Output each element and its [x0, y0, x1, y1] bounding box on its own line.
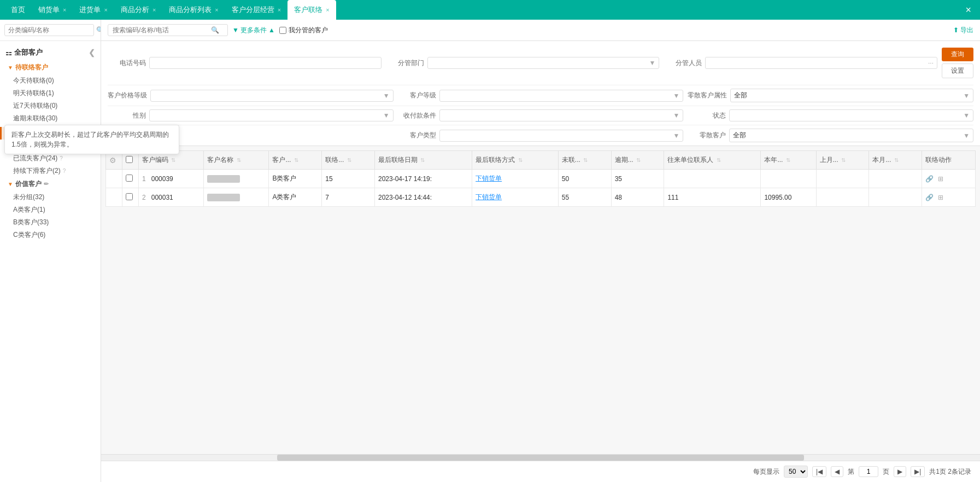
sidebar-collapse-btn[interactable]: ❮ [89, 48, 95, 57]
sidebar-item-class-c[interactable]: C类客户(6) [0, 229, 101, 241]
main-search-input[interactable] [113, 26, 211, 34]
sidebar-item-7day-pending[interactable]: 近7天待联络(0) [0, 100, 101, 112]
sort-uncontacted-icon[interactable]: ⇅ [583, 157, 588, 163]
chevron-up-icon: ▲ [268, 26, 275, 34]
nav-product-analysis-close[interactable]: × [152, 7, 156, 13]
filter-cell-retail-customer: 零散客户 全部 ▼ [688, 129, 973, 142]
my-customers-checkbox-label[interactable]: 我分管的客户 [279, 26, 328, 35]
sidebar-item-declining-customers[interactable]: 持续下滑客户(2) ? [0, 165, 101, 177]
export-button[interactable]: ⬆ 导出 [953, 26, 973, 35]
row2-last-date: 2023-04-12 14:44: [375, 188, 472, 207]
table-header-row: ⚙ 客户编码 ⇅ 客户名称 ⇅ [106, 151, 976, 170]
horizontal-scrollbar[interactable] [101, 454, 980, 461]
sort-person-icon[interactable]: ⇅ [717, 157, 721, 163]
gender-chevron-icon: ▼ [383, 112, 390, 119]
category-search-icon[interactable]: 🔍 [96, 26, 101, 34]
nav-sales-order-close[interactable]: × [63, 7, 66, 13]
main-search-icon[interactable]: 🔍 [211, 26, 219, 34]
row1-this-year [761, 170, 816, 188]
row2-select-checkbox[interactable] [126, 193, 133, 200]
query-button[interactable]: 查询 [942, 48, 973, 61]
prev-page-button[interactable]: ◀ [831, 466, 843, 477]
customer-type-select[interactable]: ▼ [439, 130, 684, 142]
next-page-button[interactable]: ▶ [894, 466, 906, 477]
phone-input[interactable] [149, 57, 382, 69]
row2-name [204, 188, 269, 207]
sidebar-item-overdue-pending[interactable]: 逾期未联络(30) [0, 112, 101, 125]
row2-type: A类客户 [269, 188, 322, 207]
nav-sales-order[interactable]: 销货单 × [32, 0, 73, 20]
row2-checkbox[interactable] [122, 188, 139, 207]
sidebar-item-unclassified[interactable]: 未分组(32) [0, 191, 101, 204]
price-grade-select[interactable]: ▼ [150, 90, 394, 102]
row1-actions: 🔗 ⊞ [922, 170, 976, 188]
col-overdue: 逾期... ⇅ [611, 151, 664, 170]
sidebar-item-class-b[interactable]: B类客户(33) [0, 216, 101, 229]
settings-button[interactable]: 设置 [942, 63, 973, 78]
retail-customer-chevron-icon: ▼ [963, 132, 970, 140]
first-page-button[interactable]: |◀ [812, 466, 826, 477]
nav-purchase-order[interactable]: 进货单 × [73, 0, 114, 20]
row1-contact-count: 15 [322, 170, 375, 188]
manager-select[interactable]: ··· [705, 57, 937, 69]
sort-thismonth-icon[interactable]: ⇅ [894, 157, 899, 163]
page-number-input[interactable] [859, 466, 878, 477]
per-page-select[interactable]: 50 [784, 466, 808, 478]
sort-type-icon[interactable]: ⇅ [294, 157, 298, 163]
row2-more-icon[interactable]: ⊞ [938, 194, 943, 201]
row1-this-month [869, 170, 922, 188]
customer-grade-select[interactable]: ▼ [439, 90, 684, 102]
sidebar-item-tomorrow-pending[interactable]: 明天待联络(1) [0, 87, 101, 100]
sidebar-item-today-pending[interactable]: 今天待联络(0) [0, 74, 101, 87]
nav-purchase-order-close[interactable]: × [104, 7, 107, 13]
row2-link-icon[interactable]: 🔗 [925, 194, 934, 201]
nav-customer-tiering[interactable]: 客户分层经营 × [225, 0, 287, 20]
nav-customer-contact-close[interactable]: × [326, 7, 329, 13]
nav-product-analysis-list[interactable]: 商品分析列表 × [162, 0, 225, 20]
row1-link-icon[interactable]: 🔗 [925, 175, 934, 183]
col-contact-count: 联络... ⇅ [322, 151, 375, 170]
nav-customer-tiering-close[interactable]: × [278, 7, 281, 13]
sort-date-icon[interactable]: ⇅ [420, 157, 425, 163]
gender-select[interactable]: ▼ [149, 109, 394, 121]
row1-checkbox[interactable] [122, 170, 139, 188]
all-customers-header: ⚏ 全部客户 ❮ [0, 44, 101, 61]
my-customers-checkbox[interactable] [279, 27, 286, 34]
nav-product-analysis-list-close[interactable]: × [215, 7, 218, 13]
row1-more-icon[interactable]: ⊞ [938, 175, 943, 183]
category-search-input[interactable] [4, 24, 94, 36]
row2-name-blurred [207, 194, 240, 201]
sort-method-icon[interactable]: ⇅ [518, 157, 523, 163]
sort-lastmonth-icon[interactable]: ⇅ [841, 157, 846, 163]
retail-customer-select[interactable]: 全部 ▼ [729, 129, 973, 142]
sort-name-icon[interactable]: ⇅ [237, 157, 241, 163]
nav-product-analysis[interactable]: 商品分析 × [114, 0, 162, 20]
more-conditions-button[interactable]: ▼ 更多条件 ▲ [232, 26, 275, 35]
pending-section-title[interactable]: ▼ 待联络客户 [0, 61, 101, 74]
payment-select[interactable]: ▼ [439, 109, 684, 121]
sidebar-item-class-a[interactable]: A类客户(1) [0, 204, 101, 216]
window-close-button[interactable]: × [961, 4, 976, 16]
row1-select-checkbox[interactable] [126, 175, 133, 182]
table-settings-icon[interactable]: ⚙ [109, 156, 116, 165]
status-select[interactable]: ▼ [729, 109, 973, 121]
select-all-checkbox[interactable] [126, 156, 133, 163]
col-customer-type: 客户... ⇅ [269, 151, 322, 170]
last-page-button[interactable]: ▶| [911, 466, 925, 477]
value-arrow-icon: ▼ [8, 181, 13, 187]
nav-home[interactable]: 首页 [4, 0, 32, 20]
sort-overdue-icon[interactable]: ⇅ [636, 157, 641, 163]
row2-contact-count: 7 [322, 188, 375, 207]
filter-cell-gender: 性别 ▼ [108, 109, 394, 121]
sidebar-search-area: 🔍 [0, 20, 101, 41]
nav-customer-contact[interactable]: 客户联络 × [287, 0, 336, 20]
horizontal-scrollbar-thumb[interactable] [277, 455, 805, 461]
value-section-edit-icon[interactable]: ✏ [44, 181, 49, 188]
filter-cell-price-grade: 客户价格等级 ▼ [108, 90, 394, 102]
dept-select[interactable]: ▼ [427, 57, 660, 69]
retail-attr-select[interactable]: 全部 ▼ [730, 89, 973, 102]
sort-contact-icon[interactable]: ⇅ [347, 157, 351, 163]
export-icon: ⬆ [953, 26, 959, 34]
sort-code-icon[interactable]: ⇅ [171, 157, 175, 163]
sort-year-icon[interactable]: ⇅ [786, 157, 790, 163]
